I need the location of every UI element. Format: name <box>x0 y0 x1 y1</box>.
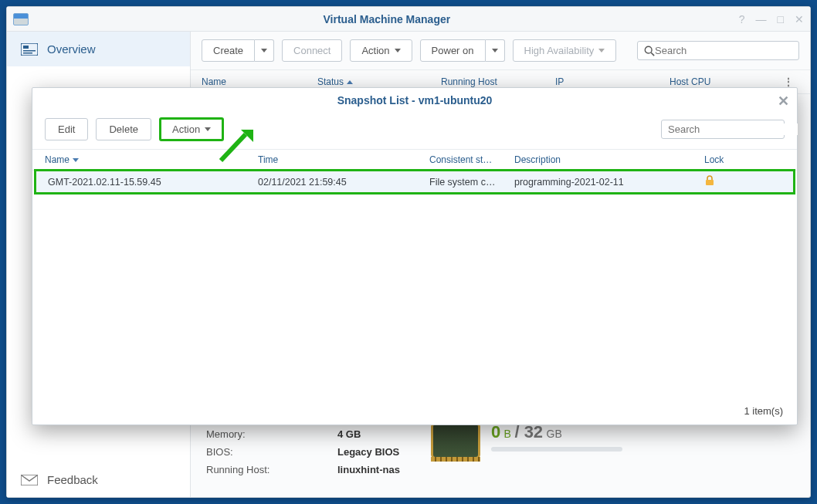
titlebar: Virtual Machine Manager ? — □ ✕ <box>7 7 810 32</box>
chevron-down-icon <box>395 49 401 52</box>
high-availability-button[interactable]: High Availability <box>513 39 617 62</box>
detail-memory-label: Memory: <box>206 428 337 440</box>
col-snap-lock[interactable]: Lock <box>704 154 785 165</box>
detail-bios-label: BIOS: <box>206 446 337 458</box>
col-host-cpu[interactable]: Host CPU <box>670 76 784 87</box>
feedback-icon <box>21 474 38 486</box>
sidebar-item-feedback[interactable]: Feedback <box>7 462 190 497</box>
col-name[interactable]: Name <box>202 76 317 87</box>
snap-consistent: File system c… <box>429 177 514 188</box>
sidebar-item-overview[interactable]: Overview <box>7 32 190 66</box>
sort-desc-icon <box>73 158 79 162</box>
detail-bios-value: Legacy BIOS <box>337 446 399 458</box>
action-button[interactable]: Action <box>350 39 412 62</box>
detail-host-label: Running Host: <box>206 464 337 475</box>
svg-rect-3 <box>23 52 32 54</box>
memory-chip-icon <box>431 422 480 459</box>
col-running-host[interactable]: Running Host <box>441 76 555 87</box>
lock-icon <box>704 175 715 186</box>
help-icon[interactable]: ? <box>739 13 745 25</box>
svg-rect-2 <box>23 50 36 52</box>
snapshot-table-header: Name Time Consistent st… Description Loc… <box>32 149 797 171</box>
connect-button[interactable]: Connect <box>282 39 342 62</box>
chevron-down-icon <box>205 127 211 131</box>
main-search-input[interactable] <box>655 45 792 56</box>
snapshot-dialog: Snapshot List - vm1-ubuntu20 ✕ Edit Dele… <box>32 87 798 425</box>
col-snap-description[interactable]: Description <box>514 154 704 165</box>
dialog-toolbar: Edit Delete Action <box>32 113 797 149</box>
power-caret-icon[interactable] <box>486 39 505 62</box>
sidebar-label-feedback: Feedback <box>47 473 98 486</box>
col-snap-consistent[interactable]: Consistent st… <box>429 154 514 165</box>
detail-memory-value: 4 GB <box>337 428 361 440</box>
svg-rect-11 <box>706 180 714 185</box>
mem-used-unit: B <box>504 428 511 440</box>
dialog-search[interactable] <box>661 120 785 139</box>
sidebar-label-overview: Overview <box>47 42 96 56</box>
dialog-title: Snapshot List - vm1-ubuntu20 ✕ <box>32 88 797 113</box>
main-search[interactable] <box>637 41 799 60</box>
col-snap-time[interactable]: Time <box>258 154 429 165</box>
svg-rect-1 <box>23 46 29 49</box>
col-status[interactable]: Status <box>317 76 441 87</box>
dialog-search-input[interactable] <box>668 123 798 135</box>
create-button[interactable]: Create <box>202 39 274 62</box>
main-window: Virtual Machine Manager ? — □ ✕ Overview <box>6 6 811 498</box>
columns-menu-icon[interactable]: ⋮ <box>784 76 799 87</box>
overview-icon <box>21 43 38 56</box>
col-snap-name[interactable]: Name <box>45 154 258 165</box>
delete-button[interactable]: Delete <box>96 118 151 140</box>
snap-name: GMT-2021.02.11-15.59.45 <box>48 177 258 188</box>
minimize-icon[interactable]: — <box>756 13 767 25</box>
maximize-icon[interactable]: □ <box>778 13 784 25</box>
host-memory-card: 0 B / 32 GB <box>431 422 622 482</box>
dialog-close-icon[interactable]: ✕ <box>778 93 789 110</box>
close-icon[interactable]: ✕ <box>795 13 804 25</box>
memory-usage-bar <box>491 447 622 452</box>
snap-description: programming-2021-02-11 <box>514 177 704 188</box>
sort-asc-icon <box>347 80 353 84</box>
detail-host-value: linuxhint-nas <box>337 464 400 475</box>
app-icon <box>13 13 29 25</box>
col-ip[interactable]: IP <box>555 76 670 87</box>
chevron-down-icon <box>598 49 605 52</box>
svg-rect-0 <box>21 43 38 56</box>
power-on-button[interactable]: Power on <box>420 39 505 62</box>
snapshot-row[interactable]: GMT-2021.02.11-15.59.45 02/11/2021 21:59… <box>36 171 794 193</box>
dialog-action-button[interactable]: Action <box>159 117 224 141</box>
snap-lock <box>704 175 781 188</box>
edit-button[interactable]: Edit <box>45 118 88 140</box>
search-icon <box>644 46 655 56</box>
main-toolbar: Create Connect Action Power on High Avai… <box>191 32 810 70</box>
create-caret-icon[interactable] <box>255 39 274 62</box>
snap-time: 02/11/2021 21:59:45 <box>258 177 429 188</box>
svg-point-5 <box>645 46 652 53</box>
dialog-footer-count: 1 item(s) <box>32 397 797 425</box>
svg-line-6 <box>651 52 654 56</box>
mem-total-unit: GB <box>547 428 562 440</box>
app-title: Virtual Machine Manager <box>35 13 739 25</box>
